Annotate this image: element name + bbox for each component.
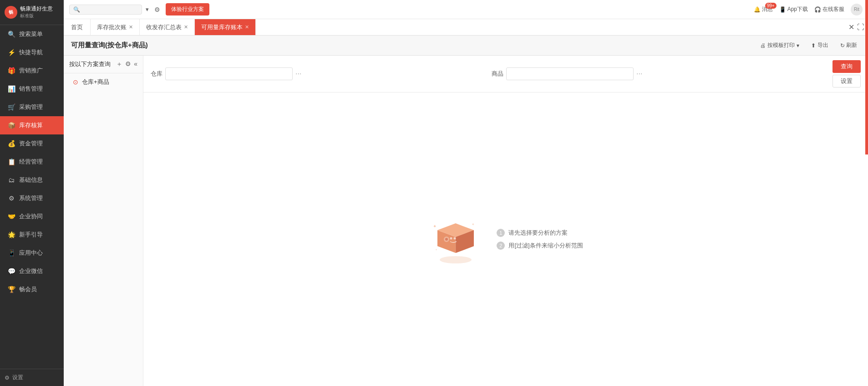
sidebar-item-vip[interactable]: 🏆 畅会员 xyxy=(0,280,64,299)
product-label: 商品 xyxy=(492,70,503,78)
page-header: 可用量查询(按仓库+商品) 🖨 按模板打印 ▾ ⬆ 导出 ↻ 刷新 xyxy=(64,36,868,56)
online-service-button[interactable]: 🎧 在线客服 xyxy=(814,5,844,13)
svg-point-8 xyxy=(454,237,456,240)
empty-state: ✦ ✦ ✦ 1 请先选择要分析的方案 2 用[过滤]条件来缩小分析范围 xyxy=(143,93,868,386)
query-filters: 仓库 ··· 商品 ··· 查询 设置 xyxy=(143,56,868,93)
empty-text: 1 请先选择要分析的方案 2 用[过滤]条件来缩小分析范围 xyxy=(497,229,583,250)
search-icon: 🔍 xyxy=(7,31,15,38)
filter-panel-header: 按以下方案查询 ＋ ⚙ « xyxy=(64,56,143,73)
sidebar-item-newbie[interactable]: 🌟 新手引导 xyxy=(0,226,64,244)
basic-icon: 🗂 xyxy=(7,176,15,184)
settings-icon: ⚙ xyxy=(5,375,10,381)
print-button[interactable]: 🖨 按模板打印 ▾ xyxy=(756,40,803,51)
mobile-icon: 📱 xyxy=(779,6,786,13)
sidebar-item-apps[interactable]: 📱 应用中心 xyxy=(0,244,64,262)
export-button[interactable]: ⬆ 导出 xyxy=(807,40,832,51)
scheme-item-warehouse-product[interactable]: ⊙ 仓库+商品 xyxy=(64,73,143,91)
sidebar-label-apps: 应用中心 xyxy=(19,249,43,257)
sidebar-item-quick-nav[interactable]: ⚡ 快捷导航 xyxy=(0,43,64,62)
export-icon: ⬆ xyxy=(811,42,816,49)
sidebar-label-vip: 畅会员 xyxy=(19,285,37,293)
tabs-actions: ✕ ⛶ xyxy=(845,19,868,35)
sidebar-label-basic: 基础信息 xyxy=(19,176,43,184)
svg-point-0 xyxy=(440,256,472,263)
topbar-right: 🔔 消息 99+ 📱 App下载 🎧 在线客服 Rit xyxy=(754,4,863,15)
sidebar-item-finance[interactable]: 💰 资金管理 xyxy=(0,134,64,153)
empty-svg: ✦ ✦ ✦ xyxy=(428,212,483,267)
sidebar-header: 畅 畅康通好生意 标准版 xyxy=(0,0,64,25)
svg-text:✦: ✦ xyxy=(435,248,437,251)
filter-panel: 按以下方案查询 ＋ ⚙ « ⊙ 仓库+商品 xyxy=(64,56,143,386)
bell-icon: 🔔 xyxy=(754,6,761,13)
tab-close-icon[interactable]: ✕ xyxy=(129,24,133,30)
gear-icon[interactable]: ⚙ xyxy=(152,4,162,15)
close-tab-button[interactable]: ✕ xyxy=(848,23,854,31)
tab-home[interactable]: 首页 xyxy=(64,19,91,35)
marketing-icon: 🎁 xyxy=(7,67,15,74)
sidebar-label-operations: 经营管理 xyxy=(19,158,43,166)
refresh-button[interactable]: ↻ 刷新 xyxy=(837,40,861,51)
sidebar-item-operations[interactable]: 📋 经营管理 xyxy=(0,153,64,171)
empty-illustration: ✦ ✦ ✦ xyxy=(428,212,483,267)
warehouse-label: 仓库 xyxy=(151,70,162,78)
sidebar-label-system: 系统管理 xyxy=(19,194,43,202)
step-number-2: 2 xyxy=(497,242,505,250)
tab-stock-summary[interactable]: 收发存汇总表 ✕ xyxy=(140,19,195,35)
sidebar-item-search[interactable]: 🔍 搜索菜单 xyxy=(0,25,64,43)
expand-tab-button[interactable]: ⛶ xyxy=(857,23,864,31)
product-input[interactable] xyxy=(506,67,634,80)
enterprise-icon: 🤝 xyxy=(7,213,15,220)
step-number-1: 1 xyxy=(497,229,505,237)
sidebar-label-purchase: 采购管理 xyxy=(19,103,43,111)
purchase-icon: 🛒 xyxy=(7,103,15,111)
sidebar: 畅 畅康通好生意 标准版 🔍 搜索菜单 ⚡ 快捷导航 🎁 营销推广 📊 销售管理… xyxy=(0,0,64,386)
svg-text:✦: ✦ xyxy=(433,224,437,229)
scheme-label: 仓库+商品 xyxy=(82,78,109,86)
query-button[interactable]: 查询 xyxy=(832,60,861,73)
sidebar-bottom[interactable]: ⚙ 设置 xyxy=(0,369,64,386)
tab-close-icon[interactable]: ✕ xyxy=(184,24,188,30)
industry-solution-button[interactable]: 体验行业方案 xyxy=(166,3,209,15)
warehouse-input[interactable] xyxy=(165,67,293,80)
sidebar-item-basic[interactable]: 🗂 基础信息 xyxy=(0,171,64,189)
empty-step-1: 1 请先选择要分析的方案 xyxy=(497,229,583,237)
sidebar-label-marketing: 营销推广 xyxy=(19,67,43,75)
warehouse-more-button[interactable]: ··· xyxy=(295,70,301,78)
topbar-search[interactable]: 🔍 xyxy=(69,5,142,15)
notification-button[interactable]: 🔔 消息 99+ xyxy=(754,5,773,13)
empty-step-2-text: 用[过滤]条件来缩小分析范围 xyxy=(508,242,583,250)
tab-inventory-batch[interactable]: 库存批次账 ✕ xyxy=(91,19,140,35)
app-download-button[interactable]: 📱 App下载 xyxy=(779,5,808,13)
apps-icon: 📱 xyxy=(7,249,15,257)
topbar-dropdown-icon[interactable]: ▾ xyxy=(146,6,149,13)
sidebar-item-purchase[interactable]: 🛒 采购管理 xyxy=(0,98,64,116)
sidebar-bottom-label: 设置 xyxy=(12,374,23,381)
tab-available-inventory[interactable]: 可用量库存账本 ✕ xyxy=(195,19,256,35)
product-filter-group: 商品 ··· xyxy=(492,67,827,80)
empty-step-2: 2 用[过滤]条件来缩小分析范围 xyxy=(497,242,583,250)
collapse-panel-button[interactable]: « xyxy=(134,60,137,68)
operations-icon: 📋 xyxy=(7,158,15,165)
sidebar-item-system[interactable]: ⚙ 系统管理 xyxy=(0,189,64,207)
sidebar-item-inventory[interactable]: 📦 库存核算 xyxy=(0,116,64,134)
filter-panel-title: 按以下方案查询 xyxy=(69,60,111,68)
sidebar-item-enterprise[interactable]: 🤝 企业协同 xyxy=(0,207,64,226)
sidebar-item-marketing[interactable]: 🎁 营销推广 xyxy=(0,62,64,80)
vip-icon: 🏆 xyxy=(7,286,15,293)
search-icon: 🔍 xyxy=(73,6,80,13)
system-icon: ⚙ xyxy=(7,195,15,202)
settings-scheme-button[interactable]: ⚙ xyxy=(125,60,131,68)
right-scroll-indicator xyxy=(865,0,868,386)
sidebar-item-wechat[interactable]: 💬 企业微信 xyxy=(0,262,64,280)
print-icon: 🖨 xyxy=(760,42,766,49)
scheme-icon: ⊙ xyxy=(73,78,78,86)
sidebar-label-wechat: 企业微信 xyxy=(19,267,43,275)
sidebar-label-inventory: 库存核算 xyxy=(19,121,43,129)
user-avatar[interactable]: Rit xyxy=(851,4,863,15)
product-more-button[interactable]: ··· xyxy=(636,70,642,78)
tab-close-icon[interactable]: ✕ xyxy=(245,24,249,30)
add-scheme-button[interactable]: ＋ xyxy=(116,60,122,68)
query-settings-button[interactable]: 设置 xyxy=(832,75,861,87)
sidebar-item-sales[interactable]: 📊 销售管理 xyxy=(0,80,64,98)
sidebar-label-quick-nav: 快捷导航 xyxy=(19,48,43,57)
